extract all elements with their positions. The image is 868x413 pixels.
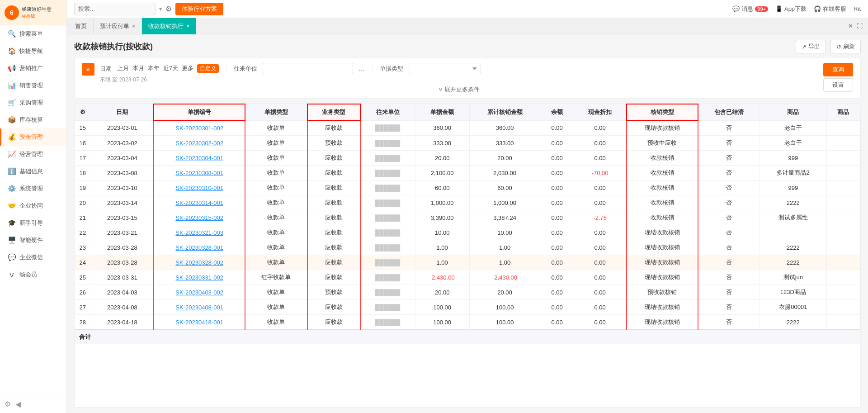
cell-no: 21 [75, 210, 91, 225]
cell-doc-no[interactable]: SK-20230308-001 [154, 166, 245, 180]
cell-partner: ██████ [360, 285, 415, 300]
sidebar-label-hardware: 智能硬件 [19, 236, 43, 244]
cell-doc-no[interactable]: SK-20230304-001 [154, 151, 245, 166]
partner-filter-input[interactable] [263, 63, 353, 74]
cell-cash-discount: 0.00 [574, 225, 626, 240]
cell-doc-type: 收款单 [245, 180, 307, 195]
cell-no: 18 [75, 166, 91, 180]
cell-doc-no[interactable]: SK-20230331-002 [154, 270, 245, 285]
tab-receipts-close[interactable]: × [186, 23, 189, 29]
cell-include-settled: 否 [698, 136, 760, 151]
sidebar-item-member[interactable]: V 畅会员 [0, 266, 66, 283]
receipt-type-select[interactable] [409, 63, 481, 74]
cell-cash-discount: 0.00 [574, 136, 626, 151]
cell-doc-type: 收款单 [245, 285, 307, 300]
query-button[interactable]: 查询 [823, 63, 853, 76]
cell-cash-discount: 0.00 [574, 240, 626, 255]
sidebar-nav: 🔍 搜索菜单 🏠 快捷导航 📢 营销推广 📊 销售管理 🛒 采购管理 📦 库存核… [0, 25, 66, 395]
date-range-sub: 不限 至 2023-07-26 [100, 76, 147, 83]
solution-button[interactable]: 体验行业方案 [175, 3, 223, 15]
cell-partner: ██████ [360, 120, 415, 136]
cell-product: 2222 [760, 240, 827, 255]
tab-maximize-icon[interactable]: ⛶ [857, 23, 863, 29]
cell-doc-no[interactable]: SK-20230408-001 [154, 300, 245, 315]
cell-doc-no[interactable]: SK-20230315-002 [154, 210, 245, 225]
sidebar-label-search: 搜索菜单 [19, 30, 43, 38]
sidebar-item-wechat[interactable]: 💬 企业微信 [0, 249, 66, 266]
sidebar-item-search[interactable]: 🔍 搜索菜单 [0, 25, 66, 43]
sidebar-item-finance[interactable]: 💰 资金管理 [0, 128, 66, 146]
cell-doc-no[interactable]: SK-20230321-003 [154, 225, 245, 240]
date-link-7days[interactable]: 近7天 [163, 64, 178, 73]
sidebar-label-quicknav: 快捷导航 [19, 47, 43, 55]
cell-balance: 0.00 [540, 151, 574, 166]
expand-more-btn[interactable]: ∨ 展开更多条件 [438, 84, 480, 95]
cell-doc-no[interactable]: SK-20230310-001 [154, 180, 245, 195]
cell-include-settled: 否 [698, 166, 760, 180]
sidebar-item-quicknav[interactable]: 🏠 快捷导航 [0, 43, 66, 60]
cell-doc-no[interactable]: SK-20230301-002 [154, 120, 245, 136]
filter-divider-2 [372, 64, 373, 73]
sidebar-item-sales[interactable]: 📊 销售管理 [0, 77, 66, 94]
sidebar-bottom: ⚙ ◀ [0, 395, 66, 413]
topbar: ▾ ⚙ 体验行业方案 💬 消息 99+ 📱 App下载 🎧 在线客服 Rit [67, 0, 868, 18]
cell-biz-type: 预收款 [307, 136, 360, 151]
date-link-thisyear[interactable]: 本年 [148, 64, 160, 73]
cell-balance: 0.00 [540, 225, 574, 240]
date-custom-btn[interactable]: 自定义 [197, 64, 219, 73]
footer-empty-10 [760, 330, 827, 345]
cell-doc-no[interactable]: SK-20230328-002 [154, 255, 245, 270]
settings-bottom-icon[interactable]: ⚙ [5, 400, 11, 408]
sidebar-label-operations: 经营管理 [19, 150, 43, 158]
cell-include-settled: 否 [698, 240, 760, 255]
tab-prepay[interactable]: 预计应付单 × [94, 18, 142, 34]
tab-close-all-icon[interactable]: ✕ [848, 23, 853, 29]
date-link-thismonth[interactable]: 本月 [132, 64, 144, 73]
cell-doc-no[interactable]: SK-20230418-001 [154, 315, 245, 330]
app-download-button[interactable]: 📱 App下载 [775, 5, 807, 13]
date-link-lastmonth[interactable]: 上月 [117, 64, 129, 73]
main-content: ▾ ⚙ 体验行业方案 💬 消息 99+ 📱 App下载 🎧 在线客服 Rit 首… [67, 0, 868, 413]
export-button[interactable]: ↗ 导出 [796, 40, 826, 53]
cell-biz-type: 应收款 [307, 225, 360, 240]
cell-doc-no[interactable]: SK-20230314-001 [154, 195, 245, 210]
user-label[interactable]: Rit [854, 5, 861, 12]
col-doc-type: 单据类型 [245, 104, 307, 120]
sidebar-item-system[interactable]: ⚙️ 系统管理 [0, 180, 66, 197]
sidebar-item-guide[interactable]: 🎓 新手引导 [0, 214, 66, 232]
hardware-icon: 🖥️ [8, 236, 16, 244]
cell-doc-no[interactable]: SK-20230302-002 [154, 136, 245, 151]
sidebar-label-sales: 销售管理 [19, 81, 43, 90]
cell-product2 [826, 270, 860, 285]
sidebar-item-purchase[interactable]: 🛒 采购管理 [0, 94, 66, 111]
collapse-icon[interactable]: ◀ [15, 400, 21, 408]
tab-home[interactable]: 首页 [69, 18, 94, 34]
page-header: 收款核销执行(按收款) ↗ 导出 ↺ 刷新 [74, 40, 861, 53]
settings-filter-button[interactable]: 设置 [823, 78, 853, 92]
cell-doc-no[interactable]: SK-20230403-002 [154, 285, 245, 300]
filter-dots: ... [359, 65, 364, 73]
footer-empty-5 [469, 330, 540, 345]
system-icon: ⚙️ [8, 185, 16, 193]
tab-receipts[interactable]: 收款核销执行 × [142, 18, 196, 34]
topbar-gear-icon[interactable]: ⚙ [165, 5, 172, 13]
col-settings[interactable]: ⚙ [75, 104, 91, 120]
sidebar-item-marketing[interactable]: 📢 营销推广 [0, 60, 66, 77]
sidebar-item-basic[interactable]: ℹ️ 基础信息 [0, 163, 66, 180]
sidebar-item-operations[interactable]: 📈 经营管理 [0, 146, 66, 163]
message-button[interactable]: 💬 消息 99+ [732, 5, 768, 13]
tab-prepay-close[interactable]: × [132, 23, 135, 29]
cell-doc-type: 收款单 [245, 166, 307, 180]
sidebar-item-collab[interactable]: 🤝 企业协同 [0, 197, 66, 214]
cell-doc-no[interactable]: SK-20230328-001 [154, 240, 245, 255]
sidebar-item-hardware[interactable]: 🖥️ 智能硬件 [0, 232, 66, 249]
service-button[interactable]: 🎧 在线客服 [814, 5, 846, 13]
filter-toggle-button[interactable]: » [82, 63, 94, 76]
sidebar-item-inventory[interactable]: 📦 库存核算 [0, 111, 66, 128]
topbar-search-input[interactable] [74, 3, 156, 15]
refresh-button[interactable]: ↺ 刷新 [830, 40, 861, 53]
table-settings-icon[interactable]: ⚙ [80, 109, 85, 115]
cell-cash-discount: -2.76 [574, 210, 626, 225]
date-link-more[interactable]: 更多 [182, 64, 193, 73]
col-include-settled: 包含已结清 [698, 104, 760, 120]
